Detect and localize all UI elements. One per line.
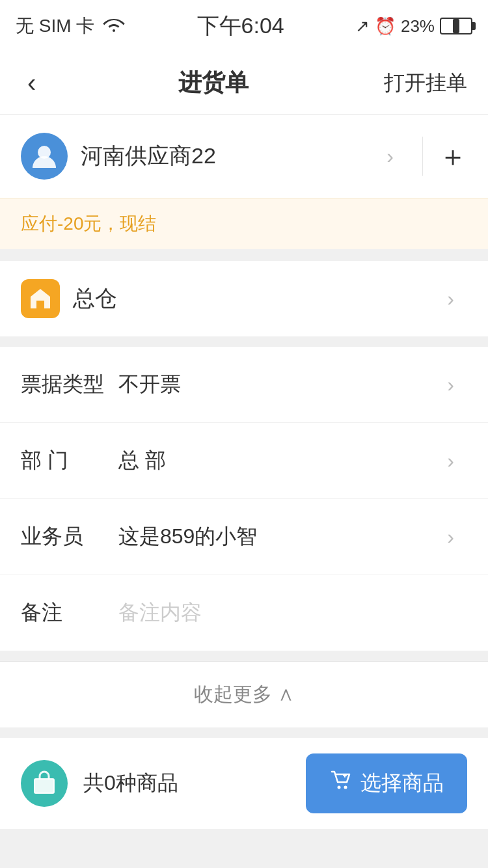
add-button[interactable]: ＋: [439, 137, 467, 176]
salesperson-chevron: ›: [447, 525, 454, 549]
battery-percent: 23%: [401, 16, 435, 36]
notice-banner: 应付-20元，现结: [0, 198, 488, 249]
status-left: 无 SIM 卡: [16, 14, 126, 38]
battery-icon: [440, 18, 472, 34]
status-bar: 无 SIM 卡 下午6:04 ↗ ⏰ 23%: [0, 0, 488, 52]
warehouse-section: 总仓 ›: [0, 261, 488, 336]
invoice-type-chevron: ›: [447, 373, 454, 397]
carrier-text: 无 SIM 卡: [16, 14, 94, 38]
location-icon: ↗: [355, 16, 370, 36]
salesperson-value: 这是859的小智: [105, 522, 447, 551]
warehouse-icon-wrap: [21, 279, 60, 318]
bottom-bar: 共0种商品 选择商品: [0, 738, 488, 829]
svg-point-4: [344, 786, 347, 789]
product-count: 共0种商品: [83, 769, 290, 798]
select-product-button[interactable]: 选择商品: [306, 753, 467, 813]
invoice-type-value: 不开票: [105, 370, 447, 399]
content-area: 河南供应商22 › ＋ 应付-20元，现结 总仓 › 票据类型: [0, 115, 488, 868]
page-title: 进货单: [178, 67, 249, 99]
cart-icon: [329, 769, 353, 798]
supplier-section: 河南供应商22 › ＋ 应付-20元，现结: [0, 115, 488, 249]
salesperson-label: 业务员: [21, 522, 105, 551]
department-chevron: ›: [447, 449, 454, 473]
product-icon-wrap: [21, 760, 68, 807]
collapse-button[interactable]: 收起更多 ∧: [0, 661, 488, 727]
back-button[interactable]: ‹: [21, 62, 42, 104]
collapse-label: 收起更多 ∧: [194, 681, 293, 708]
divider: [422, 137, 423, 176]
wifi-icon: [102, 15, 126, 38]
notice-text: 应付-20元，现结: [21, 213, 156, 234]
invoice-type-label: 票据类型: [21, 370, 105, 399]
warehouse-chevron-icon: ›: [447, 287, 454, 311]
warehouse-name: 总仓: [73, 284, 447, 314]
form-section: 票据类型 不开票 › 部 门 总 部 › 业务员 这是859的小智 › 备注 备…: [0, 347, 488, 651]
status-right: ↗ ⏰ 23%: [355, 16, 472, 36]
warehouse-row[interactable]: 总仓 ›: [0, 261, 488, 336]
department-row[interactable]: 部 门 总 部 ›: [0, 423, 488, 499]
status-time: 下午6:04: [197, 11, 284, 41]
remark-label: 备注: [21, 599, 105, 627]
salesperson-row[interactable]: 业务员 这是859的小智 ›: [0, 499, 488, 575]
chevron-right-icon: ›: [386, 144, 394, 169]
select-product-label: 选择商品: [360, 769, 444, 798]
alarm-icon: ⏰: [375, 16, 396, 36]
department-label: 部 门: [21, 446, 105, 475]
remark-placeholder: 备注内容: [105, 599, 467, 627]
department-value: 总 部: [105, 446, 447, 475]
nav-bar: ‹ 进货单 打开挂单: [0, 52, 488, 115]
svg-rect-1: [36, 301, 44, 308]
svg-rect-2: [34, 779, 54, 793]
section-divider: [0, 251, 488, 261]
gray-area: [0, 829, 488, 868]
invoice-type-row[interactable]: 票据类型 不开票 ›: [0, 347, 488, 423]
remark-row[interactable]: 备注 备注内容: [0, 575, 488, 651]
open-pending-button[interactable]: 打开挂单: [384, 69, 467, 98]
supplier-name: 河南供应商22: [81, 141, 386, 171]
supplier-row[interactable]: 河南供应商22 › ＋: [0, 115, 488, 198]
avatar: [21, 133, 68, 180]
svg-point-3: [338, 786, 341, 789]
